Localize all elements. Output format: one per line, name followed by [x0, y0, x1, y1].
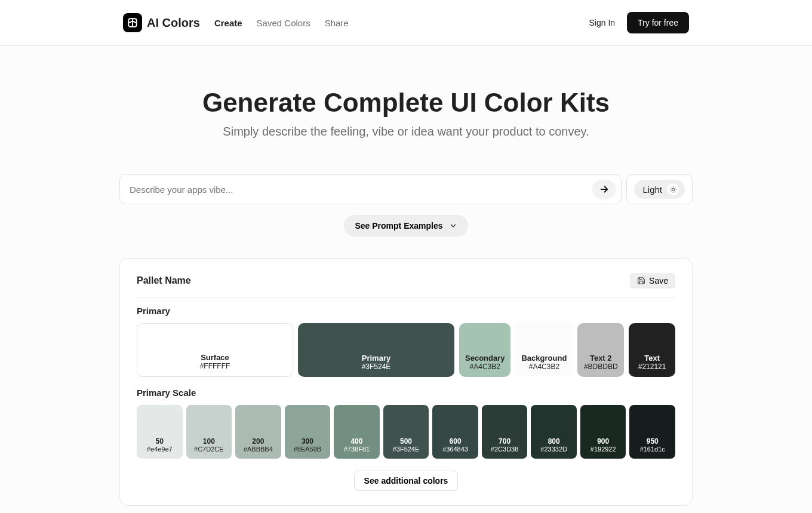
see-prompt-examples-button[interactable]: See Prompt Examples — [344, 215, 467, 236]
scale-swatch-400[interactable]: 400#738F81 — [334, 405, 380, 459]
card-head: Pallet Name Save — [137, 273, 675, 297]
chevron-down-icon — [449, 222, 457, 230]
scale-swatch-50[interactable]: 50#e4e9e7 — [137, 405, 183, 459]
swatch-label: Text — [644, 354, 660, 363]
scale-hex: #8EA59B — [294, 446, 321, 453]
scale-swatch-500[interactable]: 500#3F524E — [383, 405, 429, 459]
swatch-label: Background — [521, 354, 567, 363]
nav-item-share[interactable]: Share — [325, 18, 349, 28]
prompt-input[interactable] — [130, 185, 592, 195]
scale-step: 500 — [400, 437, 412, 446]
theme-box: Light — [626, 174, 693, 204]
scale-swatch-100[interactable]: 100#C7D2CE — [186, 405, 232, 459]
header-right: Sign In Try for free — [589, 12, 689, 33]
sun-icon — [667, 183, 679, 195]
logo[interactable]: AI Colors — [123, 13, 200, 32]
scale-hex: #e4e9e7 — [147, 446, 173, 453]
swatch-hex: #A4C3B2 — [470, 363, 500, 371]
scale-step: 600 — [450, 437, 462, 446]
header-left: AI Colors CreateSaved ColorsShare — [123, 13, 349, 32]
scale-hex: #23332D — [540, 446, 567, 453]
scale-swatch-300[interactable]: 300#8EA59B — [285, 405, 331, 459]
primary-row: Surface#FFFFFFPrimary#3F524ESecondary#A4… — [137, 323, 675, 377]
svg-point-1 — [672, 188, 674, 191]
swatch-label: Surface — [201, 353, 229, 362]
hero-subtitle: Simply describe the feeling, vibe or ide… — [119, 125, 693, 139]
scale-hex: #ABBBB4 — [244, 446, 273, 453]
swatch-surface[interactable]: Surface#FFFFFF — [137, 323, 293, 377]
swatch-hex: #212121 — [638, 363, 666, 371]
more-row: See additional colors — [137, 471, 675, 491]
prompt-box — [119, 174, 622, 204]
nav-item-create[interactable]: Create — [214, 18, 242, 28]
scale-step: 900 — [597, 437, 609, 446]
swatch-background[interactable]: Background#A4C3B2 — [515, 323, 573, 377]
examples-row: See Prompt Examples — [119, 215, 693, 236]
scale-hex: #2C3D38 — [491, 446, 518, 453]
scale-hex: #364843 — [442, 446, 468, 453]
submit-button[interactable] — [592, 180, 616, 199]
header: AI Colors CreateSaved ColorsShare Sign I… — [0, 0, 812, 46]
hero-title: Generate Complete UI Color Kits — [119, 88, 693, 118]
swatch-text2[interactable]: Text 2#BDBDBD — [577, 323, 624, 377]
scale-swatch-900[interactable]: 900#192922 — [580, 405, 626, 459]
scale-swatch-200[interactable]: 200#ABBBB4 — [235, 405, 281, 459]
examples-btn-label: See Prompt Examples — [355, 221, 442, 231]
nav-item-saved-colors[interactable]: Saved Colors — [257, 18, 310, 28]
scale-step: 200 — [252, 437, 264, 446]
swatch-primary[interactable]: Primary#3F524E — [298, 323, 454, 377]
scale-hex: #3F524E — [393, 446, 420, 453]
see-additional-colors-button[interactable]: See additional colors — [354, 471, 459, 491]
nav: CreateSaved ColorsShare — [214, 18, 349, 28]
logo-text: AI Colors — [147, 16, 200, 30]
scale-step: 300 — [302, 437, 313, 446]
swatch-hex: #BDBDBD — [584, 363, 618, 371]
swatch-hex: #A4C3B2 — [529, 363, 559, 371]
logo-icon — [123, 13, 142, 32]
swatch-label: Primary — [362, 354, 390, 363]
swatch-hex: #3F524E — [362, 363, 391, 371]
scale-step: 50 — [156, 437, 164, 446]
scale-hex: #738F81 — [344, 446, 370, 453]
swatch-label: Secondary — [465, 354, 505, 363]
arrow-right-icon — [599, 184, 610, 195]
main: Generate Complete UI Color Kits Simply d… — [119, 46, 693, 513]
scale-step: 800 — [548, 437, 560, 446]
swatch-text[interactable]: Text#212121 — [629, 323, 675, 377]
scale-step: 700 — [499, 437, 510, 446]
scale-row: 50#e4e9e7100#C7D2CE200#ABBBB4300#8EA59B4… — [137, 405, 675, 459]
swatch-hex: #FFFFFF — [200, 362, 230, 370]
scale-hex: #161d1c — [640, 446, 665, 453]
scale-step: 400 — [350, 437, 362, 446]
theme-label: Light — [642, 185, 662, 195]
scale-swatch-950[interactable]: 950#161d1c — [629, 405, 675, 459]
scale-swatch-600[interactable]: 600#364843 — [432, 405, 478, 459]
try-free-button[interactable]: Try for free — [627, 12, 689, 33]
prompt-row: Light — [119, 174, 693, 204]
scale-hex: #C7D2CE — [194, 446, 224, 453]
save-label: Save — [649, 276, 668, 285]
primary-section-label: Primary — [137, 306, 675, 316]
palette-card: Pallet Name Save Primary Surface#FFFFFFP… — [119, 258, 693, 506]
scale-step: 950 — [647, 437, 659, 446]
scale-swatch-700[interactable]: 700#2C3D38 — [482, 405, 528, 459]
hero: Generate Complete UI Color Kits Simply d… — [119, 88, 693, 139]
pallet-name-label[interactable]: Pallet Name — [137, 275, 191, 286]
save-button[interactable]: Save — [630, 273, 675, 288]
swatch-label: Text 2 — [590, 354, 612, 363]
scale-hex: #192922 — [590, 446, 616, 453]
sign-in-link[interactable]: Sign In — [589, 18, 615, 27]
scale-step: 100 — [203, 437, 215, 446]
scale-section-label: Primary Scale — [137, 388, 675, 398]
scale-swatch-800[interactable]: 800#23332D — [531, 405, 577, 459]
swatch-secondary[interactable]: Secondary#A4C3B2 — [459, 323, 510, 377]
save-icon — [637, 277, 645, 285]
theme-toggle[interactable]: Light — [634, 180, 685, 199]
